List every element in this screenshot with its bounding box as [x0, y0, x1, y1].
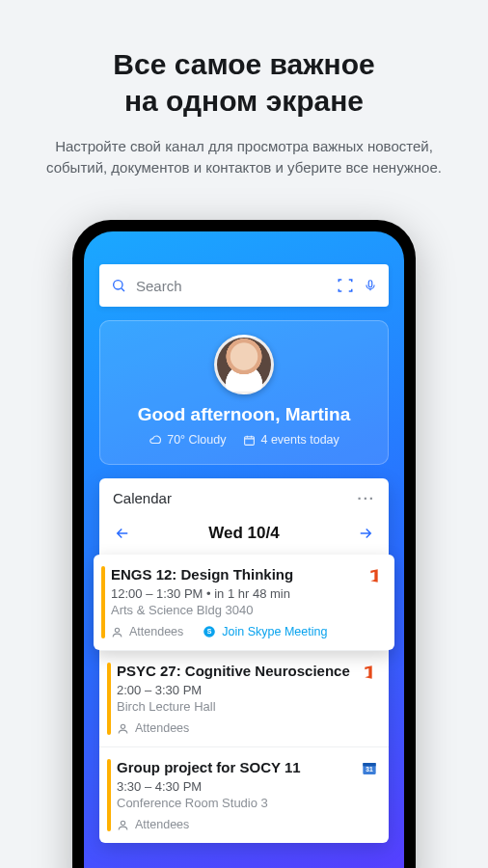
svg-text:31: 31	[366, 766, 373, 773]
search-bar[interactable]: Search	[99, 264, 389, 307]
event-title: Group project for SOCY 11	[117, 759, 377, 775]
attendees-label: Attendees	[135, 721, 189, 735]
phone-screen: Search Good afternoon, Martina 70° Cloud…	[84, 231, 404, 868]
svg-text:S: S	[207, 628, 212, 635]
event-time: 2:00 – 3:30 PM	[117, 683, 377, 697]
event-color-bar	[107, 759, 111, 831]
attendees-button[interactable]: Attendees	[117, 818, 189, 831]
search-placeholder: Search	[136, 278, 327, 294]
headline-line1: Все самое важное	[113, 48, 374, 80]
event-color-bar	[107, 663, 111, 735]
svg-point-4	[115, 628, 119, 632]
svg-point-7	[121, 724, 124, 728]
svg-rect-3	[245, 436, 255, 445]
headline-line2: на одном экране	[124, 85, 364, 117]
skype-label: Join Skype Meeting	[222, 625, 327, 638]
prev-day-button[interactable]	[113, 525, 132, 542]
calendar-event[interactable]: 31 Group project for SOCY 11 3:30 – 4:30…	[99, 746, 389, 843]
person-icon	[117, 722, 129, 735]
avatar[interactable]	[214, 335, 274, 394]
promo-headline: Все самое важное на одном экране	[0, 0, 488, 130]
person-icon	[111, 626, 123, 638]
cloud-icon	[149, 433, 162, 447]
calendar-card: Calendar ··· Wed 10/4 ENGS 12: Design Th…	[99, 478, 389, 843]
event-time: 12:00 – 1:30 PM • in 1 hr 48 min	[111, 586, 383, 601]
svg-point-11	[121, 821, 124, 825]
promo-subhead: Настройте свой канал для просмотра важны…	[0, 130, 488, 178]
attendees-button[interactable]: Attendees	[111, 625, 183, 638]
office-icon	[367, 568, 383, 583]
svg-rect-2	[368, 281, 372, 287]
person-icon	[117, 819, 129, 831]
event-title: PSYC 27: Cognitive Neuroscience	[117, 663, 377, 679]
calendar-title: Calendar	[113, 490, 172, 506]
events-today-text: 4 events today	[260, 433, 339, 447]
search-icon	[111, 278, 126, 293]
date-label: Wed 10/4	[208, 524, 279, 543]
event-location: Conference Room Studio 3	[117, 796, 377, 810]
more-icon[interactable]: ···	[357, 490, 375, 506]
phone-frame: Search Good afternoon, Martina 70° Cloud…	[72, 220, 416, 868]
attendees-button[interactable]: Attendees	[117, 721, 189, 735]
office-icon	[362, 665, 377, 680]
calendar-event[interactable]: PSYC 27: Cognitive Neuroscience 2:00 – 3…	[99, 650, 389, 746]
next-day-button[interactable]	[356, 525, 375, 542]
calendar-mini-icon	[243, 434, 256, 447]
svg-point-0	[114, 281, 122, 289]
greeting-card: Good afternoon, Martina 70° Cloudy 4 eve…	[99, 320, 389, 465]
attendees-label: Attendees	[129, 625, 183, 638]
weather-chip[interactable]: 70° Cloudy	[149, 433, 226, 447]
calendar-app-icon: 31	[362, 761, 377, 776]
calendar-event[interactable]: ENGS 12: Design Thinking 12:00 – 1:30 PM…	[94, 555, 394, 650]
scan-icon[interactable]	[337, 277, 354, 294]
svg-line-1	[122, 288, 124, 291]
attendees-label: Attendees	[135, 818, 189, 831]
mic-icon[interactable]	[364, 277, 377, 294]
weather-text: 70° Cloudy	[167, 433, 226, 447]
skype-icon: S	[203, 625, 216, 638]
events-today-chip[interactable]: 4 events today	[243, 433, 339, 447]
event-color-bar	[101, 566, 105, 638]
join-skype-button[interactable]: S Join Skype Meeting	[203, 625, 327, 638]
event-location: Arts & Science Bldg 3040	[111, 603, 383, 617]
status-bar	[84, 231, 404, 258]
event-location: Birch Lecture Hall	[117, 699, 377, 714]
greeting-title: Good afternoon, Martina	[110, 404, 378, 425]
event-title: ENGS 12: Design Thinking	[111, 566, 383, 583]
event-time: 3:30 – 4:30 PM	[117, 779, 377, 794]
